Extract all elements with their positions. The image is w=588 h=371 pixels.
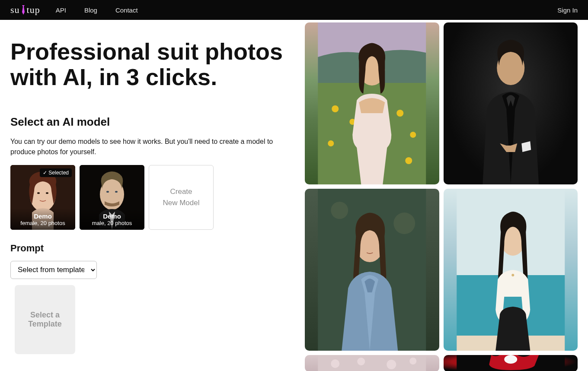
signin-link[interactable]: Sign In	[557, 6, 578, 14]
model-section-heading: Select an AI model	[10, 115, 288, 129]
template-select[interactable]: Select from templates	[10, 261, 97, 279]
svg-point-12	[396, 110, 403, 117]
nav-link-api[interactable]: API	[56, 6, 66, 14]
nav-links: API Blog Contact	[56, 6, 138, 14]
model-meta: female, 20 photos	[14, 220, 72, 226]
svg-point-2	[37, 192, 40, 194]
svg-point-14	[328, 140, 334, 146]
right-gallery-column	[305, 20, 588, 371]
gallery-image[interactable]	[305, 189, 439, 351]
prompt-heading: Prompt	[10, 243, 288, 254]
hero-heading: Professional suit photos with AI, in 3 c…	[10, 39, 287, 90]
top-nav: su tup API Blog Contact Sign In	[0, 0, 588, 20]
model-name: Demo	[83, 212, 141, 220]
svg-point-26	[511, 274, 514, 276]
gallery-image[interactable]	[444, 189, 578, 351]
model-card-demo-female[interactable]: ✓ Selected Demo female, 20 photos	[10, 165, 75, 230]
nav-link-blog[interactable]: Blog	[84, 6, 97, 14]
logo-text-right: tup	[27, 4, 40, 16]
svg-point-30	[387, 360, 396, 369]
model-caption: Demo female, 20 photos	[10, 208, 75, 230]
gallery-image[interactable]	[305, 22, 439, 184]
logo-text-left: su	[10, 4, 20, 16]
model-row: ✓ Selected Demo female, 20 photos	[10, 165, 288, 230]
svg-point-7	[115, 191, 118, 193]
svg-point-3	[46, 192, 48, 194]
svg-point-28	[331, 359, 339, 368]
main-content: Professional suit photos with AI, in 3 c…	[0, 20, 588, 371]
svg-point-33	[504, 355, 517, 364]
model-caption: Demo male, 20 photos	[80, 208, 144, 230]
create-line1: Create	[170, 186, 192, 197]
nav-link-contact[interactable]: Contact	[115, 6, 138, 14]
svg-point-10	[332, 105, 339, 112]
create-line2: New Model	[163, 197, 199, 209]
svg-point-15	[405, 157, 412, 164]
gallery-image[interactable]	[444, 22, 578, 184]
svg-point-20	[393, 212, 415, 234]
selected-badge: ✓ Selected	[40, 168, 72, 177]
create-new-model-card[interactable]: Create New Model	[149, 165, 214, 230]
svg-point-19	[331, 202, 348, 219]
svg-point-31	[409, 358, 416, 365]
model-meta: male, 20 photos	[83, 220, 141, 226]
tie-icon	[21, 5, 26, 15]
model-name: Demo	[14, 212, 72, 220]
template-card-label: Select a Template	[23, 311, 67, 329]
gallery-image[interactable]	[444, 355, 578, 371]
model-card-demo-male[interactable]: Demo male, 20 photos	[80, 165, 144, 230]
svg-point-6	[106, 191, 109, 193]
gallery-image[interactable]	[305, 355, 439, 371]
svg-point-13	[410, 132, 416, 138]
logo[interactable]: su tup	[10, 4, 40, 16]
svg-point-29	[357, 358, 365, 365]
model-section-sub: You can try our demo models to see how i…	[10, 136, 287, 157]
gallery-grid	[305, 22, 578, 371]
select-template-card[interactable]: Select a Template	[15, 285, 75, 354]
left-column: Professional suit photos with AI, in 3 c…	[0, 20, 305, 371]
